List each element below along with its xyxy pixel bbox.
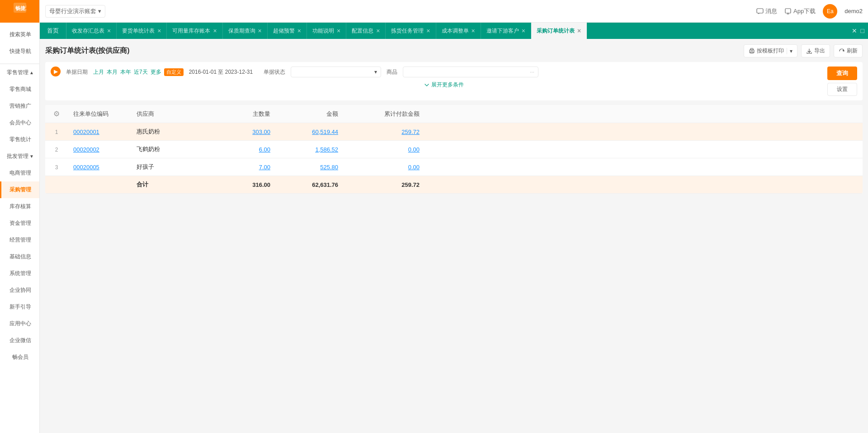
tab-close-all-icon[interactable]: ✕ [852, 27, 857, 34]
paid-link[interactable]: 0.00 [408, 146, 420, 153]
sidebar-item-business-management[interactable]: 经营管理 [0, 232, 39, 248]
sidebar-item-retail-shop[interactable]: 零售商城 [0, 81, 39, 98]
qty-link[interactable]: 303.00 [252, 128, 270, 135]
tab-close-icon[interactable]: × [157, 27, 161, 34]
cell-extra [425, 158, 863, 176]
sidebar-item-inventory-check[interactable]: 库存核算 [0, 198, 39, 215]
tab-close-icon[interactable]: × [522, 27, 525, 34]
app-subtitle: 标题版 [13, 16, 27, 22]
sidebar-item-ecommerce[interactable]: 电商管理 [0, 165, 39, 181]
footer-label: 合计 [131, 176, 222, 194]
tab-config-info[interactable]: 配置信息 × [346, 23, 386, 39]
tab-receive-summary[interactable]: 收发存汇总表 × [66, 23, 117, 39]
user-name[interactable]: demo2 [844, 8, 863, 14]
sidebar-item-enterprise-collab[interactable]: 企业协同 [0, 282, 39, 299]
product-search-icon: ··· [530, 69, 534, 75]
tab-close-icon[interactable]: × [426, 27, 430, 34]
tab-close-icon[interactable]: × [376, 27, 380, 34]
sidebar-item-wholesale-management[interactable]: 批发管理 ▼ [0, 148, 39, 165]
code-link[interactable]: 00020002 [73, 146, 99, 153]
settings-button[interactable]: 设置 [827, 83, 857, 96]
refresh-button[interactable]: 刷新 [834, 44, 863, 57]
message-button[interactable]: 消息 [756, 7, 777, 15]
shortcut-this-year[interactable]: 本年 [120, 68, 131, 76]
status-filter-select[interactable]: ▾ [291, 67, 381, 77]
tab-close-icon[interactable]: × [297, 27, 301, 34]
sidebar-item-enterprise-wechat[interactable]: 企业微信 [0, 332, 39, 349]
amount-link[interactable]: 525.80 [320, 164, 338, 171]
amount-link[interactable]: 60,519.44 [312, 128, 338, 135]
tab-maximize-icon[interactable]: □ [861, 27, 864, 34]
column-settings-icon[interactable]: ⚙ [53, 110, 60, 118]
tab-close-icon[interactable]: × [258, 27, 262, 34]
footer-amount: 62,631.76 [276, 176, 344, 194]
sidebar-item-basic-info[interactable]: 基础信息 [0, 248, 39, 265]
tab-close-icon[interactable]: × [337, 27, 340, 34]
svg-text:畅捷通: 畅捷通 [15, 5, 26, 11]
tab-label: 成本调整单 [442, 27, 469, 35]
sidebar-item-system-management[interactable]: 系统管理 [0, 265, 39, 282]
footer-empty-2 [68, 176, 131, 194]
cell-paid: 0.00 [344, 141, 425, 158]
sidebar-item-member[interactable]: 畅会员 [0, 349, 39, 366]
workspace-selector[interactable]: 母婴行业演示账套 ▾ [45, 5, 105, 18]
code-link[interactable]: 00020001 [73, 128, 99, 135]
table-row: 2 00020002 飞鹤奶粉 6.00 1,586.52 0.00 [45, 141, 863, 158]
tab-cost-adjustment[interactable]: 成本调整单 × [436, 23, 481, 39]
sidebar-item-new-guide[interactable]: 新手引导 [0, 299, 39, 315]
tab-available-inventory[interactable]: 可用量库存账本 × [167, 23, 222, 39]
shortcut-7days[interactable]: 近7天 [134, 68, 148, 76]
query-button[interactable]: 查询 [827, 67, 857, 80]
shortcut-more[interactable]: 更多 [151, 68, 161, 76]
shortcut-this-month[interactable]: 本月 [107, 68, 118, 76]
tab-function-desc[interactable]: 功能说明 × [307, 23, 346, 39]
app-download-button[interactable]: App下载 [784, 7, 816, 15]
sidebar-item-purchase-management[interactable]: 采购管理 [0, 181, 39, 198]
tab-purchase-summary[interactable]: 采购订单统计表 × [531, 23, 587, 39]
sidebar-item-member-center[interactable]: 会员中心 [0, 114, 39, 131]
tab-home[interactable]: 首页 [40, 23, 66, 39]
sidebar-item-fund-management[interactable]: 资金管理 [0, 215, 39, 232]
col-header-index: ⚙ [45, 105, 68, 123]
product-filter-input[interactable]: ··· [403, 67, 538, 77]
qty-link[interactable]: 6.00 [259, 146, 270, 153]
tab-close-icon[interactable]: × [213, 27, 217, 34]
tab-picking-task[interactable]: 拣货任务管理 × [386, 23, 436, 39]
print-button[interactable]: 按模板打印 ▾ [744, 44, 797, 57]
expand-more-btn[interactable]: 展开更多条件 [66, 81, 822, 89]
tab-label: 超储预警 [273, 27, 295, 35]
tab-expiry-query[interactable]: 保质期查询 × [223, 23, 268, 39]
paid-link[interactable]: 0.00 [408, 164, 420, 171]
table-row: 3 00020005 好孩子 7.00 525.80 0.00 [45, 158, 863, 176]
tab-overstock-warning[interactable]: 超储预警 × [268, 23, 307, 39]
sidebar-item-marketing[interactable]: 营销推广 [0, 98, 39, 114]
tab-close-icon[interactable]: × [472, 27, 475, 34]
tab-close-active-icon[interactable]: × [577, 27, 581, 34]
user-initial: Ea [827, 8, 834, 14]
cell-paid: 259.72 [344, 123, 425, 141]
sidebar-item-retail-stats[interactable]: 零售统计 [0, 131, 39, 148]
user-avatar[interactable]: Ea [823, 4, 837, 19]
code-link[interactable]: 00020005 [73, 164, 99, 171]
filter-bar: ▶ 单据日期 上月 本月 本年 近7天 更多 自定义 2016 [45, 62, 863, 100]
paid-link[interactable]: 259.72 [401, 128, 420, 135]
tab-requisition-summary[interactable]: 要货单统计表 × [117, 23, 167, 39]
sidebar-item-search[interactable]: 搜索英单 [3, 26, 37, 43]
tab-label: 可用量库存账本 [172, 27, 210, 35]
sidebar-item-retail-management[interactable]: 零售管理 ▲ [0, 64, 39, 81]
print-dropdown-icon[interactable]: ▾ [787, 48, 793, 54]
filter-toggle-arrow[interactable]: ▶ [51, 67, 61, 76]
amount-link[interactable]: 1,586.52 [315, 146, 338, 153]
tab-close-icon[interactable]: × [107, 27, 111, 34]
shortcut-last-month[interactable]: 上月 [93, 68, 104, 76]
export-button[interactable]: 导出 [801, 44, 830, 57]
sidebar-item-quick-nav[interactable]: 快捷导航 [3, 43, 37, 60]
app-logo[interactable]: 畅捷通 标题版 [0, 0, 39, 23]
col-header-code: 往来单位编码 [68, 105, 131, 123]
qty-link[interactable]: 7.00 [259, 164, 270, 171]
export-button-label: 导出 [814, 47, 825, 55]
cell-extra [425, 141, 863, 158]
tab-invite-downstream[interactable]: 邀请下游客户 × [481, 23, 531, 39]
product-filter-label: 商品 [387, 68, 397, 76]
sidebar-item-app-center[interactable]: 应用中心 [0, 315, 39, 332]
